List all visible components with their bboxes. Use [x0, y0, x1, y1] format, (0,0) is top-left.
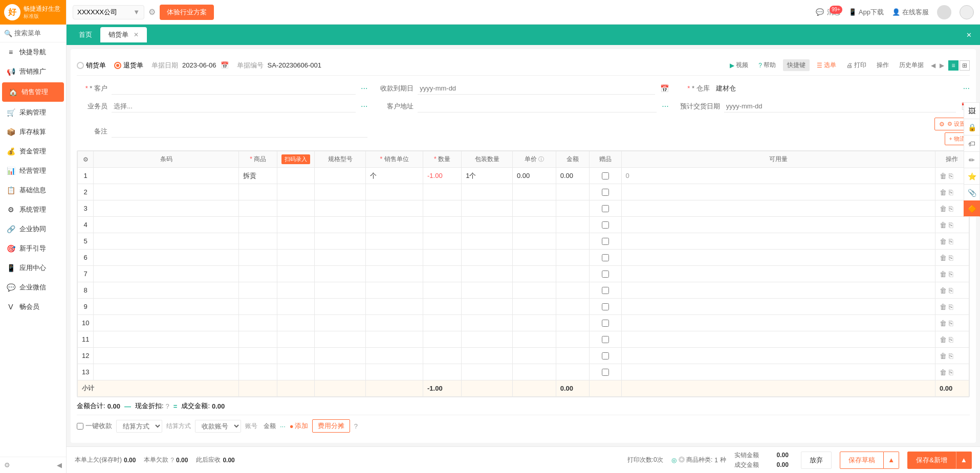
gift-checkbox[interactable]	[602, 352, 609, 359]
row-goods[interactable]	[239, 282, 277, 299]
gift-checkbox[interactable]	[602, 271, 609, 278]
row-spec[interactable]	[315, 315, 366, 331]
gift-checkbox[interactable]	[602, 303, 609, 310]
sidebar-item-sales[interactable]: 🏠 销售管理	[2, 82, 64, 102]
row-unit[interactable]	[366, 266, 423, 282]
gift-checkbox[interactable]	[602, 369, 609, 376]
calendar-icon[interactable]: 📅	[221, 61, 229, 69]
row-spec[interactable]	[315, 217, 366, 233]
row-unit[interactable]	[366, 217, 423, 233]
row-barcode[interactable]	[94, 282, 239, 299]
row-unit-price[interactable]	[512, 331, 556, 348]
row-barcode[interactable]	[94, 200, 239, 217]
row-gift[interactable]	[589, 282, 621, 299]
scan-button[interactable]: 扫码录入	[281, 154, 310, 164]
delete-row-icon[interactable]: 🗑	[940, 319, 947, 327]
save-draft-button[interactable]: 保存草稿	[840, 452, 884, 469]
sidebar-item-finance[interactable]: 💰 资金管理	[0, 142, 66, 161]
row-goods[interactable]	[239, 299, 277, 315]
delete-row-icon[interactable]: 🗑	[940, 237, 947, 245]
radio-return-button[interactable]	[114, 62, 121, 69]
account-select[interactable]: 收款账号	[195, 420, 241, 433]
row-unit-price[interactable]	[512, 217, 556, 233]
layout-list-btn[interactable]: ≡	[948, 60, 959, 71]
row-barcode[interactable]	[94, 250, 239, 266]
row-quantity[interactable]	[423, 184, 462, 200]
copy-row-icon[interactable]: ⎘	[949, 319, 953, 327]
row-goods[interactable]	[239, 364, 277, 380]
next-icon[interactable]: ▶	[940, 62, 944, 69]
gift-checkbox[interactable]	[602, 254, 609, 261]
copy-row-icon[interactable]: ⎘	[949, 172, 953, 180]
row-pack-qty[interactable]	[462, 299, 513, 315]
row-goods[interactable]	[239, 250, 277, 266]
row-quantity[interactable]	[423, 348, 462, 364]
row-quantity[interactable]: -1.00	[423, 168, 462, 184]
row-unit[interactable]	[366, 233, 423, 250]
th-scan[interactable]: 扫码录入	[277, 151, 315, 168]
row-spec[interactable]	[315, 348, 366, 364]
collapse-icon[interactable]: ◀	[57, 461, 62, 469]
row-pack-qty[interactable]	[462, 364, 513, 380]
prev-icon[interactable]: ◀	[931, 62, 935, 69]
save-new-arrow-button[interactable]: ▲	[956, 452, 972, 469]
row-barcode[interactable]	[94, 217, 239, 233]
row-quantity[interactable]	[423, 299, 462, 315]
one-click-payment-check[interactable]	[77, 423, 83, 430]
sidebar-item-purchase[interactable]: 🛒 采购管理	[0, 103, 66, 122]
row-pack-qty[interactable]	[462, 233, 513, 250]
row-pack-qty[interactable]	[462, 348, 513, 364]
row-quantity[interactable]	[423, 331, 462, 348]
row-amount[interactable]: 0.00	[556, 168, 589, 184]
delete-row-icon[interactable]: 🗑	[940, 270, 947, 278]
row-spec[interactable]	[315, 331, 366, 348]
sidebar-item-apps[interactable]: 📱 应用中心	[0, 258, 66, 278]
row-amount[interactable]	[556, 233, 589, 250]
discount-help-icon[interactable]: ?	[166, 402, 169, 410]
gift-checkbox[interactable]	[602, 320, 609, 327]
row-quantity[interactable]	[423, 200, 462, 217]
row-gift[interactable]	[589, 299, 621, 315]
row-barcode[interactable]	[94, 168, 239, 184]
radio-return[interactable]: 退货单	[114, 61, 143, 70]
row-unit[interactable]: 个	[366, 168, 423, 184]
row-unit-price[interactable]: 0.00	[512, 168, 556, 184]
row-unit[interactable]	[366, 348, 423, 364]
expense-help-icon[interactable]: ?	[354, 422, 358, 430]
row-gift[interactable]	[589, 250, 621, 266]
expected-date-input[interactable]	[724, 100, 956, 112]
warehouse-dots-icon[interactable]: ···	[963, 84, 970, 93]
sidebar-item-basic[interactable]: 📋 基础信息	[0, 181, 66, 200]
row-goods[interactable]	[239, 331, 277, 348]
row-unit-price[interactable]	[512, 266, 556, 282]
row-unit-price[interactable]	[512, 364, 556, 380]
radio-sale[interactable]: 销货单	[77, 61, 106, 70]
row-unit-price[interactable]	[512, 233, 556, 250]
float-icon-lock[interactable]: 🔒	[964, 119, 980, 135]
row-unit[interactable]	[366, 315, 423, 331]
tab-close-icon[interactable]: ✕	[134, 31, 139, 38]
sidebar-item-marketing[interactable]: 📢 营销推广	[0, 62, 66, 81]
row-quantity[interactable]	[423, 282, 462, 299]
delete-row-icon[interactable]: 🗑	[940, 254, 947, 262]
sidebar-item-inventory[interactable]: 📦 库存核算	[0, 122, 66, 142]
payment-date-calendar-icon[interactable]: 📅	[660, 84, 669, 93]
row-gift[interactable]	[589, 331, 621, 348]
delete-row-icon[interactable]: 🗑	[940, 205, 947, 213]
row-unit[interactable]	[366, 299, 423, 315]
gift-checkbox[interactable]	[602, 336, 609, 343]
delete-row-icon[interactable]: 🗑	[940, 352, 947, 360]
note-input[interactable]	[112, 125, 367, 138]
discard-button[interactable]: 放弃	[801, 452, 832, 469]
row-spec[interactable]	[315, 282, 366, 299]
payment-date-input[interactable]	[418, 82, 655, 95]
row-amount[interactable]	[556, 184, 589, 200]
row-pack-qty[interactable]	[462, 331, 513, 348]
sidebar-item-member[interactable]: V 畅会员	[0, 297, 66, 317]
row-pack-qty[interactable]	[462, 315, 513, 331]
copy-row-icon[interactable]: ⎘	[949, 368, 953, 376]
customer-address-input[interactable]	[418, 100, 657, 112]
video-btn[interactable]: ▶ 视频	[727, 60, 751, 71]
delete-row-icon[interactable]: 🗑	[940, 221, 947, 229]
gift-checkbox[interactable]	[602, 238, 609, 245]
